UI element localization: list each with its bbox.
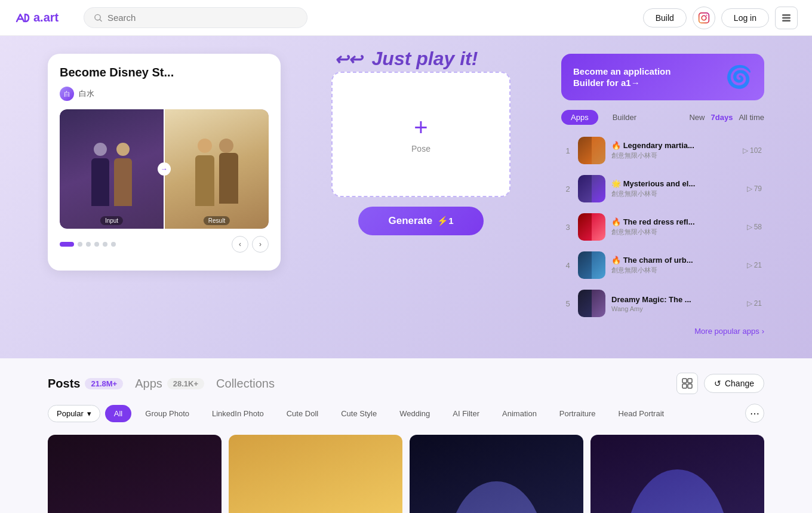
menu-button[interactable] (775, 7, 798, 29)
dot-1[interactable] (60, 242, 74, 247)
hero-card: Become Disney St... 白 白水 (48, 54, 281, 271)
grid-image-3[interactable] (410, 435, 583, 513)
next-button[interactable]: › (252, 236, 269, 253)
input-result-image: Input (60, 109, 269, 229)
rank-info: 🌟 Mysterious and el... 創意無限小林哥 (611, 179, 741, 198)
filter-animation[interactable]: Animation (493, 405, 546, 422)
ranked-item[interactable]: 1 🔥 Legendary martia... 創意無限小林哥 ▷ 102 (561, 133, 764, 168)
dot-5[interactable] (103, 242, 107, 247)
rank-number: 5 (564, 299, 572, 308)
filter-head-portrait[interactable]: Head Portrait (610, 405, 673, 422)
grid-image-1[interactable] (48, 435, 222, 513)
menu-icon (781, 13, 792, 23)
pose-upload-box[interactable]: + Pose (331, 72, 510, 197)
author-name: 白水 (79, 88, 94, 99)
result-image: Result (165, 109, 269, 229)
tab-apps-main[interactable]: Apps 28.1K+ (135, 377, 204, 391)
ranked-item[interactable]: 3 🔥 The red dress refl... 創意無限小林哥 ▷ 58 (561, 210, 764, 244)
change-button[interactable]: ↺ Change (704, 374, 764, 393)
rank-author: 創意無限小林哥 (611, 266, 741, 275)
input-result-container: Input (60, 109, 269, 229)
generate-label: Generate (388, 215, 432, 227)
filter-linkedin-photo[interactable]: LinkedIn Photo (203, 405, 273, 422)
svg-rect-7 (682, 379, 687, 383)
rank-number: 1 (564, 146, 572, 155)
filter-ai-filter[interactable]: AI Filter (444, 405, 488, 422)
more-apps-link[interactable]: More popular apps › (561, 327, 764, 336)
result-label-tag: Result (204, 216, 230, 225)
filter-cute-style[interactable]: Cute Style (332, 405, 386, 422)
ranked-list: 1 🔥 Legendary martia... 創意無限小林哥 ▷ 102 (561, 133, 764, 321)
filter-cute-doll[interactable]: Cute Doll (278, 405, 327, 422)
logo[interactable]: a.art (14, 10, 74, 26)
filter-new[interactable]: New (689, 113, 705, 122)
tab-builder[interactable]: Builder (603, 110, 646, 125)
tab-apps[interactable]: Apps (561, 110, 598, 125)
more-icon: ⋯ (750, 408, 759, 419)
pose-label: Pose (411, 144, 430, 153)
filter-tags: Popular ▾ All Group Photo LinkedIn Photo… (48, 404, 764, 423)
input-image: Input (60, 109, 164, 229)
filter-alltime[interactable]: All time (739, 113, 764, 122)
dot-3[interactable] (86, 242, 91, 247)
rank-title: 🔥 Legendary martia... (611, 141, 737, 150)
rank-title: Dreamy Magic: The ... (611, 295, 741, 304)
tab-posts[interactable]: Posts 21.8M+ (48, 377, 123, 391)
grid-toggle-button[interactable] (676, 373, 698, 394)
rank-thumbnail (578, 175, 605, 202)
tab-collections[interactable]: Collections (216, 377, 275, 391)
search-input[interactable] (107, 13, 297, 23)
search-bar[interactable] (84, 7, 307, 28)
generate-button[interactable]: Generate ⚡1 (358, 207, 483, 235)
rank-number: 2 (564, 185, 572, 193)
ranked-item[interactable]: 2 🌟 Mysterious and el... 創意無限小林哥 ▷ 79 (561, 171, 764, 206)
banner-icon: 🌀 (725, 64, 752, 90)
sort-dropdown[interactable]: Popular ▾ (48, 405, 100, 422)
play-icon: ▷ (747, 261, 752, 269)
hero-section: ↩↩ Just play it! Become Disney St... 白 白… (0, 36, 812, 358)
rank-number: 3 (564, 223, 572, 232)
ranked-item[interactable]: 5 Dreamy Magic: The ... Wang Amy ▷ 21 (561, 286, 764, 321)
rank-number: 4 (564, 261, 572, 270)
filter-all[interactable]: All (105, 405, 131, 422)
dot-2[interactable] (78, 242, 82, 247)
app-builder-banner[interactable]: Become an applicationBuilder for a1→ 🌀 (561, 54, 764, 100)
rank-plays: ▷ 21 (747, 261, 762, 269)
login-button[interactable]: Log in (721, 8, 769, 27)
svg-rect-9 (682, 384, 687, 388)
pose-plus-icon: + (414, 115, 427, 139)
filter-group-photo[interactable]: Group Photo (136, 405, 198, 422)
rank-author: 創意無限小林哥 (611, 228, 741, 236)
rank-thumbnail (578, 290, 605, 317)
chevron-down-icon: ▾ (87, 409, 91, 418)
rank-thumbnail (578, 213, 605, 241)
play-icon: ▷ (743, 146, 748, 155)
dot-4[interactable] (94, 242, 99, 247)
rank-author: 創意無限小林哥 (611, 151, 737, 160)
apps-count-badge: 28.1K+ (167, 378, 204, 389)
grid-image-4[interactable] (590, 435, 764, 513)
grid-image-2[interactable] (229, 435, 402, 513)
play-icon: ▷ (747, 185, 752, 193)
svg-point-2 (702, 16, 706, 20)
dot-6[interactable] (111, 242, 116, 247)
prev-button[interactable]: ‹ (232, 236, 248, 253)
rank-info: 🔥 The charm of urb... 創意無限小林哥 (611, 256, 741, 275)
filter-more-button[interactable]: ⋯ (745, 404, 764, 423)
rank-info: Dreamy Magic: The ... Wang Amy (611, 295, 741, 312)
image-grid (48, 435, 764, 513)
img-divider (164, 109, 165, 229)
filter-7days[interactable]: 7days (711, 113, 733, 122)
rank-title: 🔥 The red dress refl... (611, 217, 741, 226)
filter-portraiture[interactable]: Portraiture (550, 405, 605, 422)
filter-wedding[interactable]: Wedding (390, 405, 439, 422)
author-avatar: 白 (60, 87, 74, 101)
hero-right: Become an applicationBuilder for a1→ 🌀 A… (561, 54, 764, 336)
instagram-icon (698, 12, 710, 24)
build-button[interactable]: Build (643, 8, 687, 27)
instagram-button[interactable] (693, 7, 715, 29)
rank-author: Wang Amy (611, 305, 741, 312)
input-label-tag: Input (100, 216, 123, 225)
svg-rect-8 (688, 379, 692, 383)
ranked-item[interactable]: 4 🔥 The charm of urb... 創意無限小林哥 ▷ 21 (561, 248, 764, 282)
